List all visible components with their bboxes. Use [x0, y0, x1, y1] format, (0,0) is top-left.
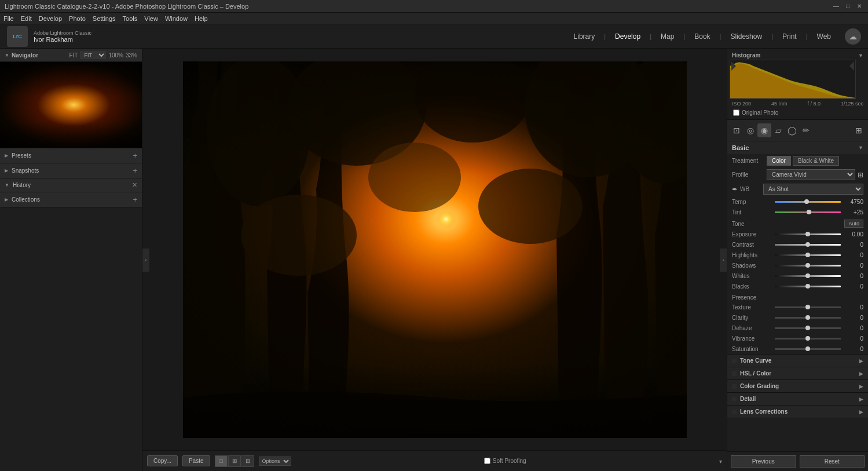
- highlights-thumb[interactable]: [805, 253, 810, 257]
- bw-treatment-button[interactable]: Black & White: [793, 156, 839, 166]
- histogram-title: Histogram: [732, 52, 760, 59]
- menu-photo[interactable]: Photo: [69, 15, 86, 22]
- texture-slider[interactable]: [775, 306, 841, 308]
- tint-slider[interactable]: [775, 211, 841, 213]
- menu-tools[interactable]: Tools: [123, 15, 138, 22]
- minimize-button[interactable]: —: [832, 2, 840, 10]
- svg-point-7: [241, 195, 357, 276]
- profile-grid-button[interactable]: ⊞: [858, 171, 863, 179]
- blacks-slider[interactable]: [775, 286, 841, 287]
- menu-window[interactable]: Window: [165, 15, 188, 22]
- soft-proof-checkbox[interactable]: [484, 458, 490, 464]
- compare-view-button[interactable]: ⊞: [228, 455, 241, 467]
- temp-row: Temp 4750: [727, 196, 868, 207]
- history-header[interactable]: ▼ History ✕: [0, 178, 142, 192]
- zoom2-label[interactable]: 33%: [126, 52, 137, 59]
- menu-edit[interactable]: Edit: [21, 15, 32, 22]
- adjustment-brush-icon[interactable]: ✏: [799, 123, 813, 137]
- tone-curve-section[interactable]: Tone Curve ▶: [727, 355, 868, 367]
- header: LrC Adobe Lightroom Classic Ivor Rackham…: [0, 24, 868, 49]
- dehaze-thumb[interactable]: [805, 326, 810, 330]
- exposure-thumb[interactable]: [805, 232, 810, 236]
- color-treatment-button[interactable]: Color: [767, 156, 791, 166]
- nav-book[interactable]: Book: [687, 30, 717, 43]
- close-button[interactable]: ✕: [855, 2, 863, 10]
- reset-button[interactable]: Reset: [800, 455, 865, 468]
- nav-map[interactable]: Map: [654, 30, 681, 43]
- menu-help[interactable]: Help: [195, 15, 208, 22]
- histogram-collapse-arrow[interactable]: ▼: [858, 53, 863, 59]
- paste-button[interactable]: Paste: [182, 455, 210, 466]
- snapshots-add-button[interactable]: +: [133, 166, 137, 175]
- profile-icon[interactable]: ☁: [845, 28, 861, 45]
- whites-thumb[interactable]: [805, 273, 810, 278]
- view-options-select[interactable]: Options: [259, 457, 291, 466]
- nav-library[interactable]: Library: [567, 30, 602, 43]
- nav-slideshow[interactable]: Slideshow: [723, 30, 769, 43]
- previous-button[interactable]: Previous: [731, 455, 796, 468]
- right-collapse-button[interactable]: ›: [720, 249, 727, 272]
- nav-develop[interactable]: Develop: [608, 30, 647, 43]
- blacks-thumb[interactable]: [805, 284, 810, 289]
- history-clear-button[interactable]: ✕: [132, 181, 137, 189]
- profile-select[interactable]: Camera Vivid Camera Standard Adobe Color: [767, 169, 855, 180]
- collections-header[interactable]: ▶ Collections +: [0, 192, 142, 207]
- exposure-slider[interactable]: [775, 233, 841, 235]
- menu-settings[interactable]: Settings: [93, 15, 116, 22]
- saturation-thumb[interactable]: [805, 346, 810, 351]
- before-after-icon[interactable]: ⊞: [852, 123, 866, 137]
- gradient-filter-icon[interactable]: ▱: [771, 123, 785, 137]
- collections-add-button[interactable]: +: [133, 195, 137, 204]
- menu-file[interactable]: File: [3, 15, 14, 22]
- menu-develop[interactable]: Develop: [39, 15, 62, 22]
- spot-heal-tool-icon[interactable]: ◎: [744, 123, 757, 137]
- texture-thumb[interactable]: [805, 305, 810, 309]
- navigator-header[interactable]: ▼ Navigator FIT FITFILL 100% 33%: [0, 49, 142, 62]
- contrast-slider[interactable]: [775, 244, 841, 246]
- filmstrip-toggle-button[interactable]: ▾: [719, 458, 722, 465]
- single-view-button[interactable]: □: [215, 455, 228, 467]
- whites-slider[interactable]: [775, 275, 841, 277]
- left-collapse-button[interactable]: ‹: [142, 249, 149, 272]
- copy-button[interactable]: Copy...: [147, 455, 178, 466]
- temp-slider[interactable]: [775, 201, 841, 203]
- wb-value-select[interactable]: As Shot Auto Daylight Cloudy Custom: [763, 184, 863, 195]
- menu-view[interactable]: View: [144, 15, 158, 22]
- auto-tone-button[interactable]: Auto: [844, 220, 863, 228]
- snapshots-header[interactable]: ▶ Snapshots +: [0, 163, 142, 178]
- color-grading-section[interactable]: Color Grading ▶: [727, 380, 868, 393]
- hsl-color-section[interactable]: HSL / Color ▶: [727, 367, 868, 380]
- wb-eyedropper-icon[interactable]: ✒: [732, 185, 738, 193]
- maximize-button[interactable]: □: [844, 2, 852, 10]
- nav-print[interactable]: Print: [775, 30, 804, 43]
- temp-slider-thumb[interactable]: [804, 199, 809, 204]
- lens-corrections-section[interactable]: Lens Corrections ▶: [727, 406, 868, 418]
- vibrance-thumb[interactable]: [805, 336, 810, 341]
- saturation-slider[interactable]: [775, 348, 841, 350]
- shadows-thumb[interactable]: [805, 263, 810, 268]
- exif-focal: 45 mm: [771, 101, 788, 107]
- contrast-thumb[interactable]: [805, 242, 810, 247]
- presets-add-button[interactable]: +: [133, 151, 137, 160]
- vibrance-slider[interactable]: [775, 338, 841, 339]
- highlights-slider[interactable]: [775, 254, 841, 256]
- nav-web[interactable]: Web: [810, 30, 838, 43]
- survey-view-button[interactable]: ⊟: [241, 455, 254, 467]
- tint-slider-thumb[interactable]: [807, 210, 811, 214]
- blacks-label: Blacks: [732, 283, 772, 290]
- detail-section[interactable]: Detail ▶: [727, 393, 868, 406]
- fit-select[interactable]: FITFILL: [80, 51, 106, 59]
- radial-filter-icon[interactable]: ◯: [785, 123, 799, 137]
- shadow-clip-indicator[interactable]: [731, 61, 736, 71]
- zoom1-label[interactable]: 100%: [108, 52, 123, 59]
- basic-section-header[interactable]: Basic ▼: [727, 141, 868, 154]
- highlight-clip-indicator[interactable]: [849, 61, 854, 71]
- crop-tool-icon[interactable]: ⊡: [730, 123, 744, 137]
- clarity-thumb[interactable]: [805, 315, 810, 320]
- dehaze-slider[interactable]: [775, 327, 841, 329]
- clarity-slider[interactable]: [775, 317, 841, 319]
- original-photo-checkbox[interactable]: [733, 109, 739, 116]
- redeye-tool-icon[interactable]: ◉: [757, 123, 771, 137]
- presets-header[interactable]: ▶ Presets +: [0, 148, 142, 163]
- shadows-slider[interactable]: [775, 265, 841, 266]
